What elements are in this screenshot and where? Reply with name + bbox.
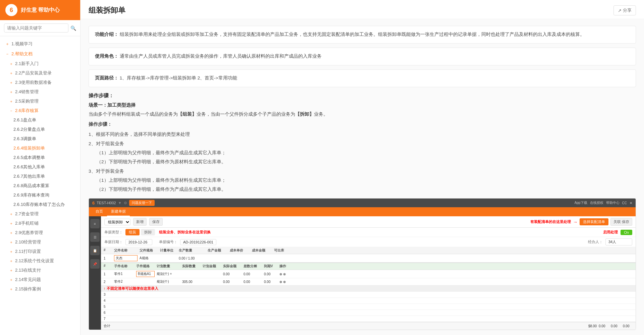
sidebar-item-label: 2.8手机旺铺: [15, 220, 39, 226]
sidebar-item-2-6-5[interactable]: 2.6.5成本调整单: [0, 153, 80, 162]
info-block-role: 使用角色： 通常由生产人员或库管人员完成拆装业务的操作，库管人员确认原材料的出库…: [89, 48, 636, 65]
ss-col-num: #: [104, 248, 112, 253]
sub-step-cz2: （2）下部明细为子件明细，最终作为产成品生成其它入库单。: [97, 185, 636, 193]
ss-b-row2-qty-plan: 规划(个): [157, 279, 180, 284]
info-label-intro: 功能介绍：: [95, 32, 118, 37]
sidebar-item-data-prep[interactable]: ＋ 2.3使用前数据准备: [0, 78, 80, 87]
ss-left-nav-icon-4[interactable]: 📌: [90, 259, 100, 269]
ss-left-nav-icon-2[interactable]: ☰: [90, 232, 100, 242]
ss-footer-spacer: 合计: [104, 324, 586, 328]
sidebar-item-coupon[interactable]: ＋ 2.9优惠券管理: [0, 228, 80, 237]
sidebar-item-2-6-8[interactable]: 2.6.8商品成本重算: [0, 181, 80, 190]
sidebar-item-label: 2.15操作案例: [15, 286, 41, 292]
ss-col-b-name: 子件名称: [114, 264, 134, 269]
ss-type-select[interactable]: 组装拆卸: [104, 219, 130, 225]
scene-title: 场景一：加工类型选择: [89, 102, 636, 108]
ss-footer: 合计 $8.00 0.00 0.00 0.00: [101, 322, 636, 330]
ss-b-row5-num: 5: [104, 305, 112, 309]
sidebar-item-cases[interactable]: ＋ 2.15操作案例: [0, 284, 80, 294]
ss-nav-app-download[interactable]: App下载: [575, 201, 587, 205]
sidebar-item-2-6-3[interactable]: 2.6.3调拨单: [0, 134, 80, 144]
sidebar-item-mobile[interactable]: ＋ 2.8手机旺铺: [0, 219, 80, 228]
ss-save-btn[interactable]: 保存: [149, 218, 163, 226]
bold-chaxie: 【拆卸】: [295, 112, 314, 117]
ss-table-row-b-6: 6: [101, 310, 636, 316]
sidebar-item-video[interactable]: ＋ 1.视频学习: [0, 39, 80, 49]
sidebar-item-2-6-7[interactable]: 2.6.7其他出库单: [0, 172, 80, 181]
ss-feedback-badge[interactable]: 问题反馈一下: [129, 200, 155, 206]
sidebar-item-docs[interactable]: － 2.帮助文档: [0, 49, 80, 59]
ss-col-b-qty-plan: 计划数量: [157, 264, 180, 269]
ss-tab-new[interactable]: 新建单据: [107, 207, 130, 216]
sidebar-item-2-6-10[interactable]: 2.6.10库存账本错了怎么办: [0, 200, 80, 209]
ss-table-bottom-container: 1 零件1 B规格A1 规划(个) + 0.00 0.00 0.00 ⊕ ⊗: [101, 270, 636, 322]
sidebar-item-newbie[interactable]: ＋ 2.1新手入门: [0, 59, 80, 68]
sidebar-item-print[interactable]: ＋ 2.11打印设置: [0, 247, 80, 256]
ss-col-unit: 计量单位: [160, 248, 177, 253]
ss-table-header-top: # 父件名称 父件规格 计量单位 生产数量 生产金额 成本单价 成本金额 可出库: [101, 247, 636, 254]
sidebar-item-label: 2.5采购管理: [15, 98, 39, 104]
ss-left-nav-icon-3[interactable]: 📋: [90, 246, 100, 255]
page-title: 组装拆卸单: [89, 5, 125, 15]
sidebar-item-inventory[interactable]: － 2.6库存核算: [0, 106, 80, 115]
ss-enable-toggle[interactable]: On: [621, 230, 632, 235]
ss-tab-zuzhuang[interactable]: 组装: [125, 229, 140, 235]
ss-nav-help[interactable]: 帮助中心: [606, 201, 620, 205]
logo-icon: 6: [5, 4, 17, 16]
sidebar-item-label: 2.10经营管理: [15, 239, 41, 245]
ss-nav-auth[interactable]: 在线授权: [590, 201, 603, 205]
ss-save-sure-btn[interactable]: 关联 保存: [610, 218, 632, 226]
sidebar-item-2-6-9[interactable]: 2.6.9库存账本查询: [0, 190, 80, 200]
sidebar-item-payment[interactable]: ＋ 2.13在线支付: [0, 266, 80, 275]
sidebar-item-install[interactable]: ＋ 2.2产品安装及登录: [0, 68, 80, 78]
ss-left-nav-icon-1[interactable]: ≡: [90, 219, 100, 228]
ss-table-row-b-4: 4: [101, 298, 636, 304]
ss-b-row2-amt-act: 0.00: [223, 280, 241, 284]
sidebar-item-customize[interactable]: ＋ 2.12系统个性化设置: [0, 256, 80, 266]
info-text-role: 通常由生产人员或库管人员完成拆装业务的操作，库管人员确认原材料的出库和产成品的入…: [120, 54, 322, 59]
sidebar-item-2-6-6[interactable]: 2.6.6其他入库单: [0, 162, 80, 172]
ss-person-input[interactable]: 34人: [605, 238, 632, 245]
sidebar-item-faq[interactable]: ＋ 2.14常见问题: [0, 275, 80, 284]
ss-table-header-bottom: # 子件名称 子件规格 计划数量 实际数量 计划金额 实际金额 差数分摊 到期V…: [101, 263, 636, 270]
sidebar-item-label: 2.14常见问题: [15, 277, 41, 283]
ss-table-row-b-7: 7: [101, 316, 636, 322]
sidebar-item-mgmt[interactable]: ＋ 2.10经营管理: [0, 237, 80, 247]
sidebar-item-sales[interactable]: ＋ 2.4销售管理: [0, 87, 80, 97]
ss-b-row2-other: 0.00: [264, 280, 277, 284]
ss-col-b-amt-act: 实际金额: [223, 264, 241, 269]
ss-annotation-top-text: 有装配清单的在这里处理: [530, 219, 571, 224]
ss-tab-home[interactable]: 自页: [92, 207, 107, 216]
ss-date-input[interactable]: 2019-12-26: [125, 239, 152, 245]
ss-toolbar: 组装拆卸 新增 保存 有装配清单的在这里处理 → 选择装配清单 关联 保存: [101, 216, 636, 228]
ss-dropdown: ▼: [118, 201, 122, 205]
ss-select-bom-btn[interactable]: 选择装配清单: [580, 218, 608, 225]
ss-row-spec: A规格: [140, 256, 158, 261]
ss-tab-chaxie[interactable]: 拆卸: [141, 229, 155, 235]
ss-new-btn[interactable]: 新增: [133, 218, 147, 226]
ss-footer-val1: $8.00: [588, 324, 597, 328]
screenshot-container: 6 TEST-H002 ▼ ⚙ 问题反馈一下 App下载 在线授权 帮助中心 C…: [89, 198, 636, 330]
ss-col-parent-name: 父件名称: [114, 248, 138, 253]
ss-form-row-1: 单据类型： 组装 拆卸 组装业务、拆卸业务在这里切换 启用处理 On: [101, 228, 636, 237]
sidebar-item-2-6-2[interactable]: 2.6.2分量盘点单: [0, 125, 80, 134]
share-button[interactable]: ↗ 分享: [613, 5, 636, 15]
sidebar-item-2-6-1[interactable]: 2.6.1盘点单: [0, 115, 80, 125]
ss-logo: 6: [92, 201, 95, 206]
ss-col-b-num: #: [104, 264, 112, 269]
sidebar-item-label: 2.9优惠券管理: [15, 230, 43, 236]
sidebar-item-finance[interactable]: ＋ 2.7资金管理: [0, 209, 80, 219]
ss-close-icon[interactable]: ✕: [630, 201, 632, 205]
search-icon[interactable]: 🔍: [70, 25, 76, 31]
sidebar-item-label: 1.视频学习: [11, 41, 33, 47]
steps-list: 1、根据不同的业务，选择不同单据的类型来处理 2、对于组装业务 （1）上部明细为…: [89, 130, 636, 193]
plus-icon-sub: ＋: [9, 221, 13, 226]
sidebar-item-2-6-4[interactable]: 2.6.4组装拆卸单: [0, 144, 80, 153]
ss-nav-cc[interactable]: CC: [622, 201, 627, 205]
sidebar-item-purchase[interactable]: ＋ 2.5采购管理: [0, 97, 80, 106]
ss-num-input[interactable]: AD-20191226-001: [180, 239, 216, 245]
search-input[interactable]: [4, 23, 68, 33]
sidebar-item-label: 2.1新手入门: [15, 61, 39, 67]
sidebar-item-label: 2.11打印设置: [15, 248, 41, 255]
ss-col-prod-qty: 生产数量: [179, 248, 206, 253]
